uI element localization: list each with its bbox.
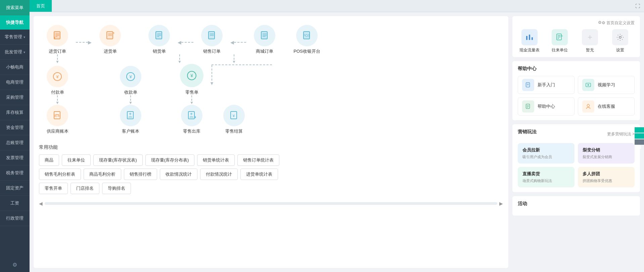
video-icon xyxy=(582,79,594,91)
tab-bar-right: ⛶ xyxy=(635,0,644,12)
retail-bill-label: 零售单 xyxy=(185,89,198,95)
gear-small-icon: ⚙ xyxy=(598,20,602,26)
func-grid-row1: 商品 往来单位 现存量(库存状况表) 现存量(库存分布表) 销货单统计表 销售订… xyxy=(39,154,503,166)
quick-icon-cashflow[interactable]: 现金流量表 xyxy=(518,29,541,53)
scroll-track[interactable] xyxy=(45,202,497,205)
marketing-item-live[interactable]: 直播卖货 场景式购物新玩法 xyxy=(518,167,574,187)
flow-node-receipt-bill[interactable]: ¥ 收款单 xyxy=(114,66,147,95)
sidebar-item-finance[interactable]: 资金管理 xyxy=(0,120,30,135)
marketing-group-desc: 拼团购物享受优惠 xyxy=(583,178,630,183)
common-functions: 常用功能 商品 往来单位 现存量(库存状况表) 现存量(库存分布表) 销货单统计… xyxy=(39,144,503,197)
func-btn-contacts[interactable]: 往来单位 xyxy=(62,154,91,166)
help-item-service[interactable]: 在线客服 xyxy=(578,97,635,116)
sidebar-item-fixed-assets[interactable]: 固定资产 xyxy=(0,181,30,196)
sales-order-icon xyxy=(201,25,223,46)
retail-settlement-icon: ¥ xyxy=(223,105,245,126)
func-btn-sales-margin[interactable]: 销售毛利分析表 xyxy=(39,169,81,180)
scroll-right-button[interactable]: ▶ xyxy=(499,201,503,206)
flow-node-purchase-order[interactable]: 进货订单 xyxy=(41,25,74,54)
flow-node-retail-outbound[interactable]: 零售出库 xyxy=(175,105,209,134)
marketing-item-fission[interactable]: 裂变分销 裂变式发展分销商 xyxy=(578,143,635,164)
sidebar-item-ecommerce-small[interactable]: 小畅电商 xyxy=(0,60,30,75)
cashflow-icon xyxy=(521,29,538,45)
customer-account-label: 客户账本 xyxy=(122,128,139,134)
flow-node-retail-settlement[interactable]: ¥ 零售结算 xyxy=(217,105,251,134)
supplier-account-icon: 账本 xyxy=(47,105,68,126)
svg-text:¥: ¥ xyxy=(56,74,59,79)
func-btn-guide-rank[interactable]: 导购排名 xyxy=(102,183,131,194)
marketing-member-desc: 吸引用户成为会员 xyxy=(522,154,570,160)
docs-icon xyxy=(522,100,534,112)
sidebar-item-ecommerce[interactable]: 电商管理 xyxy=(0,75,30,90)
service-community-button[interactable]: 服务社区 xyxy=(635,133,644,139)
homepage-customize-button[interactable]: ⚙ ⚙ 首页自定义设置 xyxy=(518,20,635,26)
sidebar-item-inventory-label: 库存核算 xyxy=(6,109,24,116)
marketing-item-group[interactable]: 多人拼团 拼团购物享受优惠 xyxy=(578,167,635,187)
help-item-docs[interactable]: 帮助中心 xyxy=(518,97,574,116)
flow-node-sales-bill[interactable]: 销货单 xyxy=(142,25,176,54)
retail-bill-icon: ¥ xyxy=(180,64,203,87)
mall-order-label: 商城订单 xyxy=(256,48,273,54)
flow-node-supplier-account[interactable]: 账本 供应商账本 xyxy=(41,105,74,134)
common-functions-title: 常用功能 xyxy=(39,144,503,150)
beginner-icon xyxy=(522,79,534,91)
func-btn-sales-rank[interactable]: 销售排行榜 xyxy=(124,169,157,180)
sidebar-item-tax[interactable]: 税务管理 xyxy=(0,166,30,181)
func-btn-goods-margin[interactable]: 商品毛利分析 xyxy=(84,169,121,180)
func-btn-goods[interactable]: 商品 xyxy=(39,154,59,166)
help-item-beginner[interactable]: 新手入门 xyxy=(518,76,574,94)
purchase-order-icon xyxy=(47,25,68,46)
flow-node-payment-bill[interactable]: ¥ 付款单 xyxy=(41,66,74,95)
flow-node-retail-bill[interactable]: ¥ 零售单 xyxy=(175,64,209,95)
desktop-shortcut-button[interactable]: 桌面快捷 xyxy=(635,139,644,145)
quick-icon-settings[interactable]: 设置 xyxy=(608,29,632,53)
flow-node-sales-order[interactable]: 销售订单 xyxy=(195,25,229,54)
settings-quick-icon xyxy=(612,29,628,45)
contacts-icon xyxy=(552,29,568,45)
func-btn-sales-stat[interactable]: 销货单统计表 xyxy=(197,154,235,166)
quick-icon-contacts[interactable]: 往来单位 xyxy=(548,29,571,53)
func-btn-stock-status[interactable]: 现存量(库存状况表) xyxy=(93,154,143,166)
quick-icon-none[interactable]: 暂无 xyxy=(578,29,602,53)
scroll-left-button[interactable]: ◀ xyxy=(39,201,43,206)
flow-node-customer-account[interactable]: 客户账本 xyxy=(114,105,147,134)
sidebar-search[interactable]: 搜索菜单 xyxy=(0,0,30,15)
func-btn-sales-order-stat[interactable]: 销售订单统计表 xyxy=(237,154,279,166)
sidebar-item-admin-label: 行政管理 xyxy=(6,215,24,221)
flow-node-purchase-bill[interactable]: 进货单 xyxy=(93,25,127,54)
content-area: 进货订单 ▶ 进货单 xyxy=(30,12,644,272)
sidebar-item-admin[interactable]: 行政管理 xyxy=(0,211,30,226)
sidebar-item-payroll[interactable]: 工资 xyxy=(0,196,30,211)
sidebar-item-inventory[interactable]: 库存核算 xyxy=(0,105,30,120)
sidebar-item-invoice[interactable]: 发票管理 xyxy=(0,150,30,166)
marketing-header: 营销玩法 更多营销玩法 > xyxy=(518,129,635,139)
svg-point-36 xyxy=(129,113,131,115)
sidebar-item-purchase[interactable]: 采购管理 xyxy=(0,90,30,105)
help-item-video[interactable]: 视频学习 xyxy=(578,76,635,94)
func-btn-receipt-stat[interactable]: 收款情况统计 xyxy=(160,169,197,180)
tab-home[interactable]: 首页 xyxy=(30,0,52,12)
sidebar-item-ledger[interactable]: 总账管理 xyxy=(0,135,30,150)
sidebar: 搜索菜单 快捷导航 零售管理 ▾ 批发管理 ▾ 小畅电商 电商管理 采购管理 库… xyxy=(0,0,30,272)
svg-text:¥: ¥ xyxy=(190,73,193,78)
sidebar-item-retail[interactable]: 零售管理 ▾ xyxy=(0,30,30,45)
flow-node-pos-open[interactable]: POS POS收银开台 xyxy=(290,25,324,54)
sidebar-item-invoice-label: 发票管理 xyxy=(6,155,24,161)
func-btn-payment-stat[interactable]: 付款情况统计 xyxy=(200,169,238,180)
service-label: 在线客服 xyxy=(598,103,615,109)
more-marketing-button[interactable]: 更多营销玩法 > xyxy=(607,131,635,137)
sidebar-settings-button[interactable]: ⚙ xyxy=(0,258,30,272)
svg-point-38 xyxy=(190,113,192,115)
fullscreen-icon[interactable]: ⛶ xyxy=(635,3,640,9)
func-btn-purchase-stat[interactable]: 进货单统计表 xyxy=(240,169,278,180)
purchase-order-label: 进货订单 xyxy=(49,48,66,54)
func-btn-store-rank[interactable]: 门店排名 xyxy=(71,183,99,194)
func-btn-retail-order[interactable]: 零售开单 xyxy=(39,183,68,194)
purchase-bill-icon xyxy=(99,25,121,46)
marketing-item-member[interactable]: 会员拉新 吸引用户成为会员 xyxy=(518,143,574,164)
sidebar-item-wholesale[interactable]: 批发管理 ▾ xyxy=(0,45,30,60)
flow-node-mall-order[interactable]: 商城订单 xyxy=(248,25,281,54)
customer-service-button[interactable]: 客服热线 xyxy=(635,127,644,133)
func-btn-stock-dist[interactable]: 现存量(库存分布表) xyxy=(145,154,195,166)
float-buttons: 客服热线 服务社区 桌面快捷 xyxy=(635,127,644,145)
